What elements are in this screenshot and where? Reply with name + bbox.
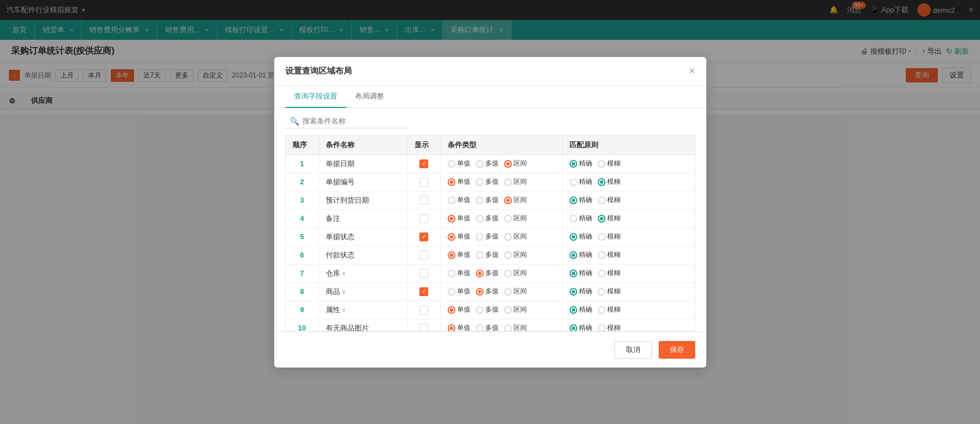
modal-dialog: 设置查询区域布局 × 查询字段设置 布局调整 🔍 顺序 条件名称 显示 条件类型… bbox=[274, 57, 706, 115]
modal-tabs: 查询字段设置 布局调整 bbox=[274, 86, 706, 108]
modal-header: 设置查询区域布局 × bbox=[274, 57, 706, 86]
modal-overlay[interactable]: 设置查询区域布局 × 查询字段设置 布局调整 🔍 顺序 条件名称 显示 条件类型… bbox=[0, 0, 980, 114]
modal-tab-query-fields[interactable]: 查询字段设置 bbox=[285, 86, 346, 108]
modal-tab-layout[interactable]: 布局调整 bbox=[346, 86, 393, 108]
modal-search-area: 🔍 bbox=[274, 108, 706, 115]
modal-title: 设置查询区域布局 bbox=[285, 66, 352, 76]
modal-close-button[interactable]: × bbox=[689, 66, 695, 76]
